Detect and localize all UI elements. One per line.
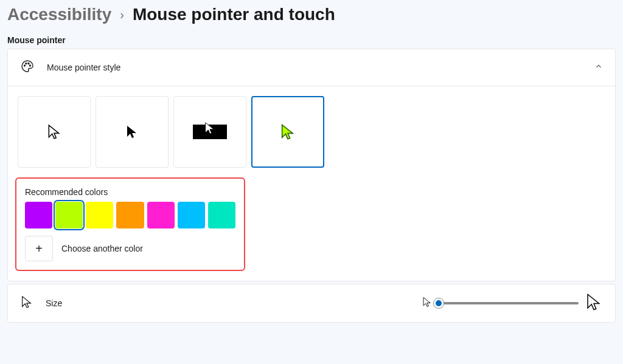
breadcrumb: Accessibility › Mouse pointer and touch — [7, 5, 616, 24]
section-label-mouse-pointer: Mouse pointer — [7, 35, 616, 45]
color-swatch-row — [25, 202, 235, 228]
mouse-pointer-style-panel: Mouse pointer style Recommended colors — [7, 49, 616, 281]
color-swatch-cyan[interactable] — [178, 202, 205, 228]
svg-point-0 — [24, 65, 26, 66]
plus-icon[interactable]: + — [25, 236, 53, 261]
pointer-size-slider-group — [422, 293, 603, 314]
svg-point-3 — [30, 65, 31, 66]
cursor-max-icon — [585, 293, 603, 314]
mouse-pointer-style-title: Mouse pointer style — [47, 63, 582, 72]
color-swatch-orange[interactable] — [116, 202, 144, 228]
color-swatch-purple[interactable] — [25, 202, 52, 228]
svg-point-2 — [28, 63, 29, 64]
color-swatch-lime[interactable] — [55, 202, 83, 228]
pointer-size-title: Size — [46, 298, 62, 308]
svg-point-1 — [26, 63, 27, 64]
mouse-pointer-style-header[interactable]: Mouse pointer style — [8, 49, 615, 86]
pointer-style-inverted[interactable] — [173, 96, 246, 168]
pointer-size-panel: Size — [7, 284, 616, 323]
recommended-colors-heading: Recommended colors — [25, 187, 235, 197]
palette-icon — [20, 59, 35, 76]
choose-another-color-row[interactable]: + Choose another color — [25, 236, 235, 261]
cursor-small-icon — [20, 295, 33, 311]
chevron-right-icon: › — [120, 8, 124, 22]
color-swatch-teal[interactable] — [208, 202, 235, 228]
color-swatch-yellow[interactable] — [86, 202, 113, 228]
color-swatch-magenta[interactable] — [147, 202, 175, 228]
breadcrumb-parent[interactable]: Accessibility — [7, 5, 111, 24]
choose-another-color-label: Choose another color — [61, 244, 143, 253]
pointer-style-custom-color[interactable] — [251, 96, 324, 168]
chevron-up-icon — [594, 62, 603, 73]
pointer-style-options — [8, 86, 615, 177]
cursor-min-icon — [422, 297, 433, 310]
breadcrumb-current: Mouse pointer and touch — [133, 5, 335, 24]
slider-thumb[interactable] — [433, 298, 444, 309]
pointer-style-black[interactable] — [96, 96, 169, 168]
pointer-size-slider[interactable] — [439, 302, 579, 304]
recommended-colors-panel: Recommended colors + Choose another colo… — [15, 177, 245, 271]
pointer-style-white[interactable] — [18, 96, 91, 168]
